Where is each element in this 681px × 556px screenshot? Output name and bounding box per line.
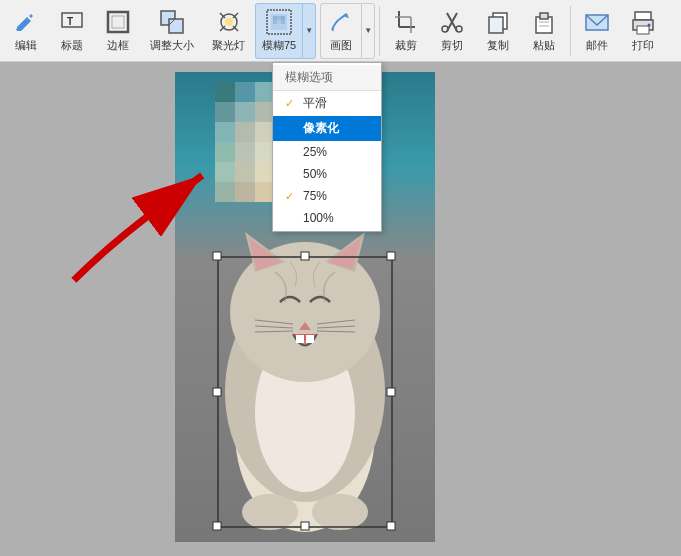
svg-rect-19 xyxy=(273,20,277,24)
mail-icon xyxy=(583,8,611,36)
svg-rect-18 xyxy=(281,16,285,20)
copy-icon xyxy=(484,8,512,36)
svg-rect-117 xyxy=(301,522,309,530)
svg-rect-20 xyxy=(277,20,281,24)
draw-dropdown-arrow[interactable]: ▼ xyxy=(361,3,375,59)
paste-icon xyxy=(530,8,558,36)
svg-rect-115 xyxy=(387,388,395,396)
paste-label: 粘贴 xyxy=(533,38,555,53)
svg-rect-113 xyxy=(387,252,395,260)
title-label: 标题 xyxy=(61,38,83,53)
svg-rect-112 xyxy=(301,252,309,260)
svg-rect-0 xyxy=(16,29,22,30)
toolbar-draw: 画图 ▼ xyxy=(320,3,375,59)
toolbar: 编辑 T 标题 边框 调整大小 xyxy=(0,0,681,62)
svg-rect-43 xyxy=(215,82,235,102)
svg-rect-59 xyxy=(215,122,235,142)
border-label: 边框 xyxy=(107,38,129,53)
svg-rect-76 xyxy=(235,162,255,182)
border-icon xyxy=(104,8,132,36)
svg-rect-16 xyxy=(273,16,277,20)
svg-rect-60 xyxy=(235,122,255,142)
svg-rect-4 xyxy=(112,16,124,28)
svg-rect-111 xyxy=(213,252,221,260)
toolbar-crop[interactable]: 裁剪 xyxy=(384,3,428,59)
resize-icon xyxy=(158,8,186,36)
resize-label: 调整大小 xyxy=(150,38,194,53)
toolbar-edit[interactable]: 编辑 xyxy=(4,3,48,59)
svg-rect-44 xyxy=(235,82,255,102)
dropdown-item-smooth[interactable]: ✓ 平滑 xyxy=(273,91,381,116)
svg-rect-6 xyxy=(169,19,183,33)
dropdown-item-50[interactable]: 50% xyxy=(273,163,381,185)
spotlight-icon xyxy=(215,8,243,36)
svg-point-108 xyxy=(242,494,298,530)
toolbar-cut[interactable]: 剪切 xyxy=(430,3,474,59)
svg-rect-52 xyxy=(235,102,255,122)
mail-label: 邮件 xyxy=(586,38,608,53)
cut-icon xyxy=(438,8,466,36)
crop-icon xyxy=(392,8,420,36)
svg-rect-67 xyxy=(215,142,235,162)
blur-button[interactable]: 模糊75 xyxy=(255,3,302,59)
svg-rect-21 xyxy=(281,20,285,24)
svg-rect-84 xyxy=(235,182,255,202)
separator-2 xyxy=(570,6,571,56)
toolbar-spotlight[interactable]: 聚光灯 xyxy=(204,3,253,59)
svg-rect-33 xyxy=(540,13,548,19)
check-50 xyxy=(285,168,299,180)
svg-rect-68 xyxy=(235,142,255,162)
blur-dropdown-arrow[interactable]: ▼ xyxy=(302,3,316,59)
dropdown-item-100[interactable]: 100% xyxy=(273,207,381,229)
blur-icon xyxy=(265,8,293,36)
toolbar-paste[interactable]: 粘贴 xyxy=(522,3,566,59)
svg-rect-118 xyxy=(387,522,395,530)
toolbar-resize[interactable]: 调整大小 xyxy=(142,3,202,59)
svg-rect-83 xyxy=(215,182,235,202)
check-25 xyxy=(285,146,299,158)
svg-rect-100 xyxy=(296,335,304,343)
print-label: 打印 xyxy=(632,38,654,53)
svg-rect-101 xyxy=(306,335,314,343)
crop-label: 裁剪 xyxy=(395,38,417,53)
svg-rect-37 xyxy=(635,12,651,20)
check-100 xyxy=(285,212,299,224)
blur-label: 模糊75 xyxy=(262,38,296,53)
svg-point-94 xyxy=(230,242,380,382)
edit-label: 编辑 xyxy=(15,38,37,53)
svg-point-9 xyxy=(225,18,233,26)
separator-1 xyxy=(379,6,380,56)
svg-rect-39 xyxy=(637,26,649,34)
toolbar-title[interactable]: T 标题 xyxy=(50,3,94,59)
svg-rect-17 xyxy=(277,16,281,20)
svg-rect-31 xyxy=(489,17,503,33)
svg-rect-114 xyxy=(213,388,221,396)
toolbar-print[interactable]: 打印 xyxy=(621,3,665,59)
dropdown-item-25[interactable]: 25% xyxy=(273,141,381,163)
dropdown-item-75[interactable]: ✓ 75% xyxy=(273,185,381,207)
check-75: ✓ xyxy=(285,190,299,203)
print-icon xyxy=(629,8,657,36)
edit-icon xyxy=(12,8,40,36)
dropdown-item-pixelate[interactable]: 像素化 xyxy=(273,116,381,141)
toolbar-mail[interactable]: 邮件 xyxy=(575,3,619,59)
check-smooth: ✓ xyxy=(285,97,299,110)
copy-label: 复制 xyxy=(487,38,509,53)
title-icon: T xyxy=(58,8,86,36)
check-pixelate xyxy=(285,123,299,135)
draw-icon xyxy=(327,8,355,36)
svg-rect-51 xyxy=(215,102,235,122)
cut-label: 剪切 xyxy=(441,38,463,53)
svg-rect-116 xyxy=(213,522,221,530)
spotlight-label: 聚光灯 xyxy=(212,38,245,53)
draw-button[interactable]: 画图 xyxy=(320,3,361,59)
svg-point-109 xyxy=(312,494,368,530)
toolbar-border[interactable]: 边框 xyxy=(96,3,140,59)
draw-label: 画图 xyxy=(330,38,352,53)
svg-text:T: T xyxy=(67,16,73,27)
toolbar-copy[interactable]: 复制 xyxy=(476,3,520,59)
svg-rect-75 xyxy=(215,162,235,182)
blur-dropdown-menu: 模糊选项 ✓ 平滑 像素化 25% 50% ✓ 75% 1 xyxy=(272,62,382,232)
svg-point-40 xyxy=(648,24,651,27)
toolbar-blur: 模糊75 ▼ xyxy=(255,3,316,59)
